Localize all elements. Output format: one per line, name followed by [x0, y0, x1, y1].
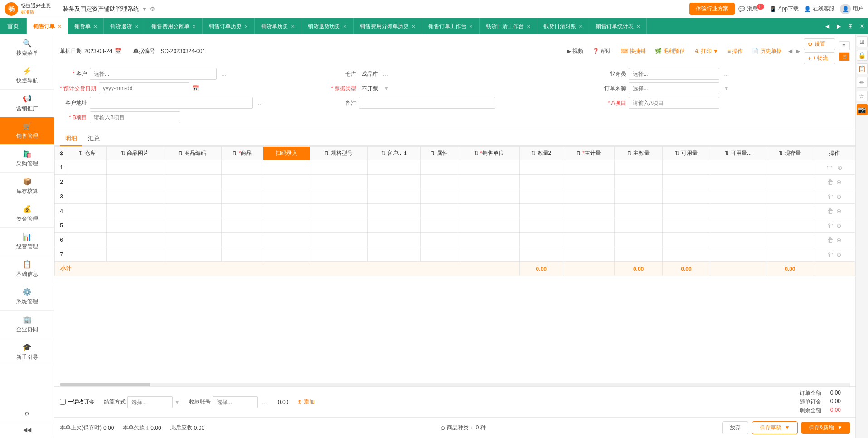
right-panel-btn-5[interactable]: ☆ [857, 91, 868, 101]
print-btn[interactable]: 🖨 打印 ▼ [691, 47, 721, 56]
account-ellipsis[interactable]: … [260, 399, 269, 405]
row-warehouse-1[interactable] [68, 160, 107, 175]
right-panel-btn-6[interactable]: 📷 [857, 104, 868, 115]
save-draft-arrow[interactable]: ▼ [785, 424, 790, 431]
tab-daily-workbench[interactable]: 钱货日清工作台 ✕ [480, 18, 537, 34]
row-qty2-2[interactable] [519, 175, 563, 189]
nav-close-icon[interactable]: ✕ [856, 18, 868, 34]
online-service-group[interactable]: 👤 在线客服 [804, 5, 834, 13]
sidebar-item-inventory[interactable]: 📦 库存核算 [0, 173, 54, 200]
sidebar-item-operation[interactable]: 📊 经营管理 [0, 228, 54, 255]
row-scan-7[interactable] [263, 247, 310, 262]
tab-summary[interactable]: 汇总 [82, 132, 105, 145]
tab-close-daily-reconcile[interactable]: ✕ [579, 24, 582, 29]
message-group[interactable]: 💬 消息 8 [738, 5, 764, 13]
row-attr-5[interactable] [420, 218, 458, 233]
tab-sales-order-history[interactable]: 销售订单历史 ✕ [203, 18, 255, 34]
row-mainqty-4[interactable] [615, 204, 662, 218]
table-scroll-wrap[interactable]: ⚙ ⇅ 仓库 ⇅ 商品图片 ⇅ 商品编码 ⇅ *商品 扫码录入 ⇅ 规格型号 ⇅… [54, 146, 855, 383]
row-avail-3[interactable] [662, 189, 710, 204]
shortcut-btn[interactable]: ⌨ 快捷键 [618, 47, 649, 56]
row-mainunit-6[interactable] [563, 233, 615, 247]
row-product-3[interactable] [221, 189, 263, 204]
payment-dropdown-icon[interactable]: ▼ [175, 399, 180, 405]
tab-close-return[interactable]: ✕ [135, 24, 138, 29]
user-group[interactable]: 👤 用户 [840, 4, 863, 14]
sidebar-item-basic[interactable]: 📋 基础信息 [0, 255, 54, 283]
row-qty2-1[interactable] [519, 160, 563, 175]
order-source-dropdown-icon[interactable]: ▼ [724, 85, 729, 91]
row-image-6[interactable] [106, 233, 164, 247]
tab-close-sales-stats[interactable]: ✕ [636, 24, 640, 29]
industry-btn[interactable]: 体验行业方案 [689, 3, 735, 15]
tab-close-expense[interactable]: ✕ [192, 24, 196, 29]
sidebar-item-sales[interactable]: 🛒 销售管理 [0, 117, 54, 145]
payment-input[interactable] [127, 396, 173, 408]
tab-detail[interactable]: 明细 [60, 132, 82, 146]
row-stock-6[interactable] [766, 233, 814, 247]
copy-row-5[interactable]: ⊕ [835, 222, 843, 229]
date-value[interactable]: 2023-03-24 [84, 48, 112, 54]
row-avail2-1[interactable] [710, 160, 766, 175]
right-panel-btn-4[interactable]: ✏ [857, 77, 868, 88]
row-spec-6[interactable] [310, 233, 367, 247]
row-warehouse-5[interactable] [68, 218, 107, 233]
row-image-5[interactable] [106, 218, 164, 233]
row-mainunit-4[interactable] [563, 204, 615, 218]
row-code-6[interactable] [164, 233, 221, 247]
tab-daily-reconcile[interactable]: 钱货日清对账 ✕ [537, 18, 589, 34]
invoice-dropdown-icon[interactable]: ▼ [383, 85, 389, 91]
chevron-down-icon[interactable]: ▼ [142, 6, 147, 12]
order-source-input[interactable] [629, 82, 719, 94]
row-image-1[interactable] [106, 160, 164, 175]
row-custcode-6[interactable] [367, 233, 420, 247]
info-icon[interactable]: ℹ [146, 425, 149, 431]
row-mainunit-3[interactable] [563, 189, 615, 204]
row-custcode-2[interactable] [367, 175, 420, 189]
row-mainqty-2[interactable] [615, 175, 662, 189]
row-image-7[interactable] [106, 247, 164, 262]
tab-close-sales-order[interactable]: ✕ [58, 24, 61, 29]
right-panel-btn-3[interactable]: 📋 [857, 63, 868, 74]
row-custcode-5[interactable] [367, 218, 420, 233]
row-mainunit-7[interactable] [563, 247, 615, 262]
delete-row-4[interactable]: 🗑 [826, 207, 835, 215]
row-mainunit-2[interactable] [563, 175, 615, 189]
row-product-5[interactable] [221, 218, 263, 233]
address-input[interactable] [90, 97, 253, 109]
tab-close-invoice[interactable]: ✕ [93, 24, 97, 29]
row-code-1[interactable] [164, 160, 221, 175]
grid-view-btn[interactable]: ≡ [839, 41, 850, 50]
row-avail-4[interactable] [662, 204, 710, 218]
row-avail2-5[interactable] [710, 218, 766, 233]
row-scan-4[interactable] [263, 204, 310, 218]
row-unit-3[interactable] [458, 189, 519, 204]
row-warehouse-3[interactable] [68, 189, 107, 204]
row-avail2-2[interactable] [710, 175, 766, 189]
nav-forward-icon[interactable]: ▶ [796, 48, 800, 54]
row-spec-4[interactable] [310, 204, 367, 218]
tab-close-order-history[interactable]: ✕ [244, 24, 248, 29]
row-mainqty-5[interactable] [615, 218, 662, 233]
help-btn[interactable]: ❓ 帮助 [590, 47, 614, 56]
row-code-5[interactable] [164, 218, 221, 233]
view-btn[interactable]: ▶ 视频 [564, 47, 586, 56]
delete-row-7[interactable]: 🗑 [826, 251, 835, 258]
row-avail-6[interactable] [662, 233, 710, 247]
save-new-btn[interactable]: 保存&新增 ▼ [801, 422, 850, 434]
row-stock-5[interactable] [766, 218, 814, 233]
col-scan[interactable]: 扫码录入 [263, 147, 310, 160]
row-code-2[interactable] [164, 175, 221, 189]
settings-action-btn[interactable]: ⚙ 设置 [804, 38, 835, 50]
sidebar-item-search[interactable]: 🔍 搜索菜单 [0, 34, 54, 62]
nav-back-icon[interactable]: ◀ [788, 48, 792, 54]
staff-ellipsis[interactable]: … [722, 71, 731, 77]
row-warehouse-2[interactable] [68, 175, 107, 189]
sidebar-item-system[interactable]: ⚙️ 系统管理 [0, 283, 54, 311]
sidebar-item-enterprise[interactable]: 🏢 企业协同 [0, 311, 54, 338]
copy-row-1[interactable]: ⊕ [836, 164, 844, 171]
row-unit-7[interactable] [458, 247, 519, 262]
row-mainunit-1[interactable] [563, 160, 615, 175]
row-qty2-7[interactable] [519, 247, 563, 262]
sidebar-item-marketing[interactable]: 📢 营销推广 [0, 90, 54, 117]
